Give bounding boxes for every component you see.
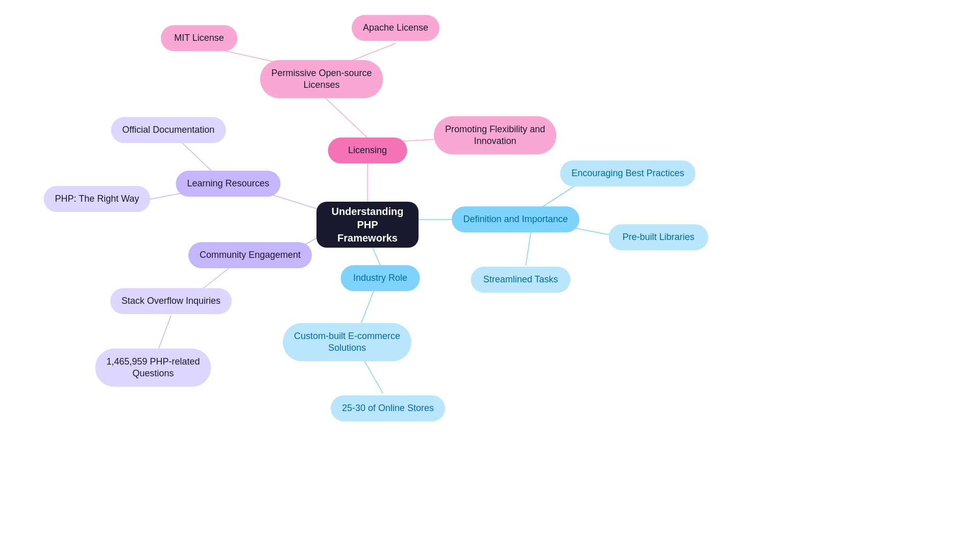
php-right-way-node: PHP: The Right Way: [43, 186, 150, 212]
php-questions-node: 1,465,959 PHP-relatedQuestions: [95, 349, 211, 387]
ecommerce-label: Custom-built E-commerceSolutions: [294, 330, 400, 354]
online-stores-label: 25-30 of Online Stores: [342, 402, 434, 414]
svg-line-6: [181, 142, 214, 174]
mit-node: MIT License: [161, 25, 237, 51]
learning-node: Learning Resources: [176, 171, 280, 197]
industry-label: Industry Role: [353, 272, 407, 284]
svg-line-10: [158, 316, 171, 350]
stackoverflow-label: Stack Overflow Inquiries: [121, 295, 220, 307]
licensing-node: Licensing: [328, 137, 407, 163]
permissive-node: Permissive Open-sourceLicenses: [260, 60, 383, 99]
online-stores-node: 25-30 of Online Stores: [331, 395, 445, 421]
apache-label: Apache License: [363, 22, 428, 34]
streamlined-label: Streamlined Tasks: [483, 274, 558, 285]
svg-line-1: [322, 94, 368, 138]
official-docs-node: Official Documentation: [111, 117, 226, 143]
definition-node: Definition and Importance: [452, 206, 579, 232]
svg-line-12: [360, 291, 374, 327]
svg-line-11: [373, 248, 380, 266]
best-practices-label: Encouraging Best Practices: [571, 167, 684, 179]
prebuilt-node: Pre-built Libraries: [609, 224, 708, 250]
streamlined-node: Streamlined Tasks: [471, 267, 571, 293]
ecommerce-node: Custom-built E-commerceSolutions: [283, 323, 411, 362]
center-node: Understanding PHP Frameworks: [316, 202, 419, 248]
stackoverflow-node: Stack Overflow Inquiries: [110, 288, 232, 314]
official-docs-label: Official Documentation: [122, 124, 215, 136]
definition-label: Definition and Importance: [463, 213, 568, 225]
svg-line-13: [362, 357, 383, 393]
promoting-node: Promoting Flexibility andInnovation: [434, 116, 556, 155]
promoting-label: Promoting Flexibility andInnovation: [445, 124, 545, 148]
industry-node: Industry Role: [341, 265, 420, 291]
best-practices-node: Encouraging Best Practices: [560, 160, 695, 186]
community-label: Community Engagement: [200, 249, 301, 261]
learning-label: Learning Resources: [187, 178, 269, 189]
apache-node: Apache License: [352, 15, 439, 41]
php-right-way-label: PHP: The Right Way: [55, 193, 139, 205]
center-label: Understanding PHP Frameworks: [328, 205, 407, 245]
licensing-label: Licensing: [348, 145, 387, 156]
prebuilt-label: Pre-built Libraries: [622, 231, 694, 243]
mit-label: MIT License: [174, 32, 224, 44]
svg-line-17: [526, 232, 531, 266]
php-questions-label: 1,465,959 PHP-relatedQuestions: [106, 356, 200, 380]
community-node: Community Engagement: [188, 242, 312, 268]
permissive-label: Permissive Open-sourceLicenses: [271, 67, 372, 91]
